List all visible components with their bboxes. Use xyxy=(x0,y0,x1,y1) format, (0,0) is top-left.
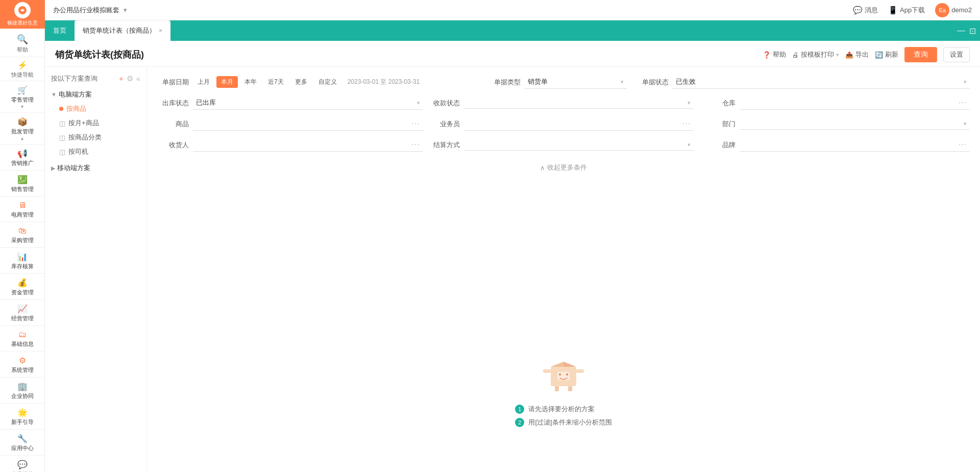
quick-nav-section[interactable]: ⚡ 快捷导航 xyxy=(0,57,44,81)
sidebar-item-enterprise[interactable]: 🏢 企业协同 xyxy=(0,377,44,404)
retail-icon: 🛒 xyxy=(17,85,28,95)
sidebar-item-apps[interactable]: 🔧 应用中心 xyxy=(0,430,44,456)
warehouse-dots[interactable]: ··· xyxy=(959,98,967,107)
date-this-year[interactable]: 本年 xyxy=(240,76,261,88)
tab-home-label: 首页 xyxy=(53,26,66,35)
date-this-month[interactable]: 本月 xyxy=(216,76,238,88)
type-select[interactable]: 销货单 ▾ xyxy=(525,75,627,89)
tab-close-icon[interactable]: × xyxy=(159,27,162,34)
sidebar-item-ecommerce[interactable]: 🖥 电商管理 xyxy=(0,197,44,222)
filter-row-2: 出库状态 已出库 ▾ 收款状态 ▾ 仓库 ··· xyxy=(157,96,970,110)
svg-point-5 xyxy=(559,373,561,375)
brand-input[interactable]: ··· xyxy=(740,138,970,152)
sidebar-item-marketing[interactable]: 📢 营销推广 xyxy=(0,145,44,171)
brand-dots[interactable]: ··· xyxy=(959,140,967,149)
sidebar-item-sales[interactable]: 💹 销售管理 xyxy=(0,171,44,197)
query-btn[interactable]: 查询 xyxy=(904,47,937,62)
refresh-btn[interactable]: 🔄 刷新 xyxy=(875,50,898,59)
tree-item-by-goods[interactable]: 按商品 xyxy=(45,102,146,116)
operation-icon: 📈 xyxy=(17,304,28,314)
pay-select[interactable]: ▾ xyxy=(464,98,694,109)
message-label: 消息 xyxy=(865,6,878,15)
svg-rect-8 xyxy=(568,386,572,391)
template-print-btn[interactable]: 🖨 按模板打印 ▾ xyxy=(792,50,839,59)
tree-item-by-goods-label: 按商品 xyxy=(66,104,86,113)
sidebar-search[interactable]: 🔍 帮助 xyxy=(0,29,44,57)
receiver-dots[interactable]: ··· xyxy=(411,140,420,149)
tree-item-by-driver[interactable]: ◫ 按司机 xyxy=(45,145,146,159)
status-value: 已生效 xyxy=(676,77,696,86)
tree-item-by-month-goods[interactable]: ◫ 按月+商品 xyxy=(45,116,146,130)
tab-minimize-btn[interactable]: — xyxy=(957,26,965,35)
help-btn[interactable]: ❓ 帮助 xyxy=(763,50,786,59)
date-more[interactable]: 更多 xyxy=(290,76,312,88)
sidebar-item-system[interactable]: ⚙ 系统管理 xyxy=(0,351,44,377)
wholesale-icon: 📦 xyxy=(17,117,28,127)
tree-item-category-label: 按商品分类 xyxy=(68,133,102,142)
app-download-btn[interactable]: 📱 App下载 xyxy=(888,6,925,15)
settings-btn[interactable]: 设置 xyxy=(943,47,970,62)
sidebar-item-wholesale[interactable]: 📦 批发管理 ▴ xyxy=(0,113,44,145)
payment-select[interactable]: ▾ xyxy=(464,139,694,151)
goods-dots[interactable]: ··· xyxy=(411,119,420,128)
tab-bar: 首页 销货单统计表（按商品） × — ⊡ xyxy=(45,20,980,41)
settings-scheme-icon[interactable]: ⚙ xyxy=(127,74,133,83)
svg-rect-10 xyxy=(576,369,584,373)
date-label: 单据日期 xyxy=(157,78,193,87)
dept-select-arrow: ▾ xyxy=(964,121,967,127)
help-icon: ❓ xyxy=(763,51,771,59)
staff-input[interactable]: ··· xyxy=(464,117,694,131)
page-header: 销货单统计表(按商品) ❓ 帮助 🖨 按模板打印 ▾ 📤 导出 🔄 刷新 xyxy=(45,41,980,67)
enterprise-icon: 🏢 xyxy=(17,382,28,391)
sidebar-item-operation[interactable]: 📈 经营管理 xyxy=(0,300,44,326)
sidebar-item-newbie[interactable]: 🌟 新手引导 xyxy=(0,404,44,430)
export-btn[interactable]: 📤 导出 xyxy=(845,50,869,59)
filter-row-1: 单据日期 上月 本月 本年 近7天 更多 自定义 2023-03-01 至 20… xyxy=(157,75,970,89)
warehouse-input[interactable]: ··· xyxy=(740,96,970,110)
sidebar-item-wechat[interactable]: 💬 企业微信 xyxy=(0,456,44,472)
type-value: 销货单 xyxy=(528,77,548,86)
collapse-panel-icon[interactable]: « xyxy=(136,74,140,83)
tab-maximize-btn[interactable]: ⊡ xyxy=(969,26,976,36)
quick-nav-label: 快捷导航 xyxy=(11,71,34,79)
quick-nav-icon: ⚡ xyxy=(17,60,28,70)
sidebar-search-label: 帮助 xyxy=(17,46,28,54)
sidebar: 畅捷通好生意 🔍 帮助 ⚡ 快捷导航 🛒 零售管理 ▾ 📦 批发管理 ▴ 📢 营… xyxy=(0,0,45,472)
date-7days[interactable]: 近7天 xyxy=(263,76,288,88)
add-scheme-icon[interactable]: + xyxy=(119,74,124,83)
filter-panel-title: 按以下方案查询 xyxy=(51,74,97,83)
sidebar-item-purchase[interactable]: 🛍 采购管理 xyxy=(0,222,44,248)
dept-select[interactable]: ▾ xyxy=(740,119,970,130)
brand-label: 品牌 xyxy=(694,140,740,150)
out-label: 出库状态 xyxy=(157,99,193,108)
receiver-input[interactable]: ··· xyxy=(193,138,423,152)
tab-active[interactable]: 销货单统计表（按商品） × xyxy=(75,20,170,41)
out-value: 已出库 xyxy=(196,98,216,107)
page-title: 销货单统计表(按商品) xyxy=(55,49,144,61)
sidebar-item-retail[interactable]: 🛒 零售管理 ▾ xyxy=(0,81,44,113)
message-btn[interactable]: 💬 消息 xyxy=(853,6,878,15)
svg-point-6 xyxy=(566,373,568,375)
sidebar-item-inventory[interactable]: 📊 库存核算 xyxy=(0,248,44,274)
tab-home[interactable]: 首页 xyxy=(45,20,75,41)
date-custom[interactable]: 自定义 xyxy=(314,76,341,88)
wechat-icon: 💬 xyxy=(17,460,28,469)
collapse-bar[interactable]: ∧ 收起更多条件 xyxy=(157,159,970,174)
refresh-label: 刷新 xyxy=(885,50,898,59)
user-profile[interactable]: Ea demo2 xyxy=(935,3,972,17)
goods-input[interactable]: ··· xyxy=(193,117,423,131)
svg-rect-4 xyxy=(557,372,570,380)
date-last-month[interactable]: 上月 xyxy=(193,76,214,88)
dept-label: 部门 xyxy=(694,120,740,129)
dropdown-arrow[interactable]: ▾ xyxy=(124,6,127,14)
sidebar-item-finance[interactable]: 💰 资金管理 xyxy=(0,274,44,300)
status-select[interactable]: 已生效 ▾ xyxy=(673,75,970,89)
tree-item-by-category[interactable]: ◫ 按商品分类 xyxy=(45,130,146,145)
pc-scheme-header[interactable]: ▼ 电脑端方案 xyxy=(45,87,146,102)
staff-dots[interactable]: ··· xyxy=(682,119,691,128)
mobile-scheme-header[interactable]: ▶ 移动端方案 xyxy=(45,161,146,175)
active-dot xyxy=(59,107,63,111)
pc-scheme-label: 电脑端方案 xyxy=(59,90,92,99)
out-select[interactable]: 已出库 ▾ xyxy=(193,96,423,110)
sidebar-item-basic[interactable]: 🗂 基础信息 xyxy=(0,326,44,351)
